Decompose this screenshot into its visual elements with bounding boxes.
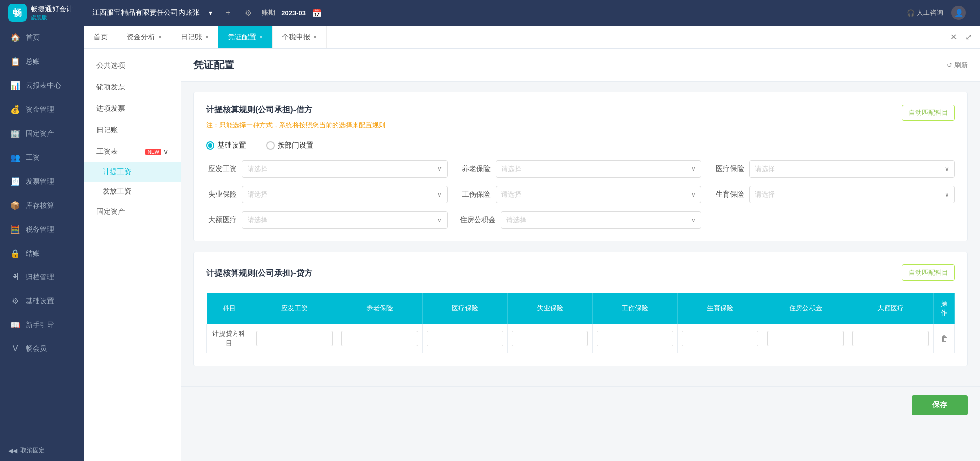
sidebar: 🏠 首页 📋 总账 📊 云报表中心 💰 资金管理 🏢 固定资产 👥 工资 🧾 发…: [0, 26, 84, 461]
delete-row-btn[interactable]: 🗑: [941, 334, 948, 343]
select-pension[interactable]: 请选择 ∨: [496, 160, 701, 178]
sidebar-item-member[interactable]: V 畅会员: [0, 337, 84, 360]
sidebar-item-archive[interactable]: 🗄 归档管理: [0, 265, 84, 289]
select-housing-fund[interactable]: 请选择 ∨: [501, 211, 701, 229]
select-maternity[interactable]: 请选择 ∨: [749, 186, 955, 203]
nav-item-payroll[interactable]: 工资表 NEW ∨: [84, 141, 181, 162]
col-action: 操作: [934, 293, 955, 324]
input-medical[interactable]: [427, 331, 503, 346]
save-btn[interactable]: 保存: [912, 395, 968, 415]
panel-header: 凭证配置 ↺ 刷新: [181, 49, 980, 82]
nav-sub-payout[interactable]: 发放工资: [84, 182, 181, 201]
tab-home[interactable]: 首页: [84, 26, 117, 48]
sidebar-item-assets[interactable]: 🏢 固定资产: [0, 122, 84, 145]
nav-sub-accrual-label: 计提工资: [103, 167, 131, 176]
refresh-btn[interactable]: ↺ 刷新: [947, 61, 968, 70]
sidebar-item-home[interactable]: 🏠 首页: [0, 26, 84, 50]
sidebar-item-ledger[interactable]: 📋 总账: [0, 50, 84, 74]
sidebar-item-invoice[interactable]: 🧾 发票管理: [0, 169, 84, 193]
input-big-medical[interactable]: [852, 331, 929, 346]
sidebar-item-inventory[interactable]: 📦 库存核算: [0, 193, 84, 217]
radio-basic[interactable]: 基础设置: [206, 141, 246, 150]
sidebar-label-basic: 基础设置: [26, 297, 54, 306]
logo-sub: 旗舰版: [31, 14, 74, 21]
tab-journal-close[interactable]: ×: [205, 34, 209, 41]
select-injury[interactable]: 请选择 ∨: [496, 186, 701, 203]
chevron-down-icon-2: ∨: [691, 165, 696, 173]
assets-icon: 🏢: [10, 129, 20, 138]
tab-journal[interactable]: 日记账 ×: [172, 26, 218, 48]
input-maternity[interactable]: [682, 331, 758, 346]
sidebar-item-salary[interactable]: 👥 工资: [0, 145, 84, 169]
debit-auto-match-btn[interactable]: 自动匹配科目: [902, 105, 955, 121]
input-unemployment[interactable]: [512, 331, 589, 346]
input-pension[interactable]: [341, 331, 418, 346]
radio-basic-label: 基础设置: [217, 141, 246, 150]
select-gross-salary[interactable]: 请选择 ∨: [242, 160, 448, 178]
row-subject-label: 计提贷方科目: [207, 324, 252, 353]
nav-item-journal[interactable]: 日记账: [84, 119, 181, 141]
select-big-medical[interactable]: 请选择 ∨: [242, 211, 448, 229]
main-panel: 凭证配置 ↺ 刷新 计提核算规则(公司承担)-借方 注：只能选择一种方式，系统将…: [181, 49, 980, 461]
field-pension: 养老保险 请选择 ∨: [460, 160, 701, 178]
sidebar-item-funds[interactable]: 💰 资金管理: [0, 98, 84, 122]
chevron-down-icon-4: ∨: [437, 191, 442, 198]
top-center: 江西服宝精品有限责任公司内账张 ▾ + ⚙ 账期 2023-03 📅: [92, 6, 906, 20]
nav-item-fixed-assets[interactable]: 固定资产: [84, 201, 181, 223]
credit-section-title: 计提核算规则(公司承担)-贷方: [206, 268, 312, 279]
sidebar-unpin-btn[interactable]: ◀◀ 取消固定: [0, 440, 84, 461]
sidebar-label-funds: 资金管理: [26, 105, 54, 114]
expand-btn[interactable]: ⤢: [963, 30, 974, 44]
credit-table: 科目 应发工资 养老保险 医疗保险 失业保险 工伤保险 生育保险 住房公积金 大…: [206, 293, 955, 353]
label-gross-salary: 应发工资: [206, 164, 237, 174]
tab-fund-analysis[interactable]: 资金分析 ×: [117, 26, 172, 48]
main-layout: 🏠 首页 📋 总账 📊 云报表中心 💰 资金管理 🏢 固定资产 👥 工资 🧾 发…: [0, 26, 980, 461]
pin-icon: ◀◀: [8, 447, 17, 454]
label-injury: 工伤保险: [460, 190, 491, 199]
nav-item-sales-invoice[interactable]: 销项发票: [84, 77, 181, 98]
service-btn[interactable]: 🎧 人工咨询: [906, 8, 943, 17]
label-big-medical: 大额医疗: [206, 215, 237, 225]
company-dropdown-btn[interactable]: ▾: [206, 8, 215, 18]
sidebar-item-basic[interactable]: ⚙ 基础设置: [0, 289, 84, 313]
tab-tax-declaration[interactable]: 个税申报 ×: [273, 26, 327, 48]
sidebar-item-tax[interactable]: 🧮 税务管理: [0, 217, 84, 241]
sidebar-item-guide[interactable]: 📖 新手引导: [0, 313, 84, 337]
sidebar-label-ledger: 总账: [26, 57, 40, 66]
credit-auto-match-btn[interactable]: 自动匹配科目: [902, 264, 955, 281]
add-btn[interactable]: +: [222, 6, 234, 19]
company-name: 江西服宝精品有限责任公司内账张: [92, 8, 200, 17]
input-gross[interactable]: [256, 331, 333, 346]
user-btn[interactable]: 👤: [951, 6, 968, 20]
headphone-icon: 🎧: [906, 9, 915, 17]
tab-voucher-config[interactable]: 凭证配置 ×: [218, 26, 273, 48]
col-maternity: 生育保险: [678, 293, 763, 324]
tab-fund-analysis-label: 资金分析: [127, 33, 155, 42]
sidebar-item-reports[interactable]: 📊 云报表中心: [0, 74, 84, 98]
select-medical[interactable]: 请选择 ∨: [749, 160, 955, 178]
calendar-icon[interactable]: 📅: [312, 8, 322, 18]
tab-tax-declaration-close[interactable]: ×: [313, 34, 317, 41]
debit-section-title: 计提核算规则(公司承担)-借方: [206, 105, 385, 115]
closing-icon: 🔒: [10, 249, 20, 258]
reports-icon: 📊: [10, 81, 20, 90]
tab-voucher-config-close[interactable]: ×: [259, 34, 263, 41]
field-injury: 工伤保险 请选择 ∨: [460, 186, 701, 203]
select-unemployment[interactable]: 请选择 ∨: [242, 186, 448, 203]
radio-by-dept[interactable]: 按部门设置: [266, 141, 313, 150]
nav-sub-accrual[interactable]: 计提工资: [84, 162, 181, 182]
sidebar-item-closing[interactable]: 🔒 结账: [0, 241, 84, 265]
radio-group: 基础设置 按部门设置: [206, 141, 955, 150]
tab-fund-analysis-close[interactable]: ×: [158, 34, 162, 41]
sidebar-label-tax: 税务管理: [26, 225, 54, 234]
nav-item-public[interactable]: 公共选项: [84, 55, 181, 77]
input-housing[interactable]: [767, 331, 844, 346]
nav-public-label: 公共选项: [96, 61, 125, 70]
label-medical: 医疗保险: [714, 164, 744, 174]
sidebar-label-invoice: 发票管理: [26, 177, 54, 186]
input-injury[interactable]: [597, 331, 673, 346]
settings-btn[interactable]: ⚙: [240, 6, 256, 20]
col-injury: 工伤保险: [593, 293, 678, 324]
nav-item-purchase-invoice[interactable]: 进项发票: [84, 98, 181, 119]
close-all-tabs-btn[interactable]: ✕: [948, 30, 959, 44]
